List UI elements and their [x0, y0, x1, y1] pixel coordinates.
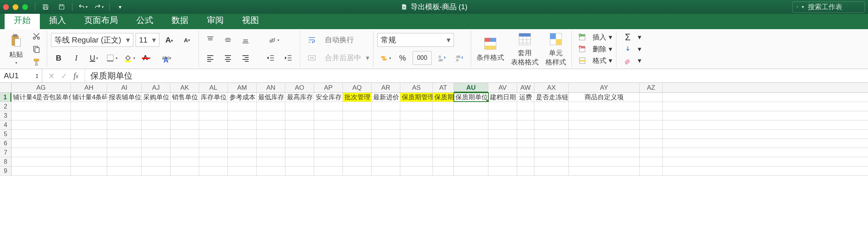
cell-AI5[interactable]	[107, 130, 142, 138]
cell-AV6[interactable]	[488, 139, 517, 148]
border-button[interactable]: ▾	[104, 51, 119, 65]
cell-AY9[interactable]	[569, 166, 640, 175]
cell-AI7[interactable]	[107, 148, 142, 157]
underline-button[interactable]: U▾	[86, 51, 102, 65]
row-header-8[interactable]: 8	[0, 157, 11, 166]
cell-AL3[interactable]	[199, 111, 228, 120]
cell-AV5[interactable]	[488, 130, 517, 138]
save-as-button[interactable]	[40, 2, 51, 12]
tab-review[interactable]: 审阅	[198, 12, 233, 29]
cell-AU9[interactable]	[454, 166, 488, 175]
cell-AP5[interactable]	[314, 130, 343, 138]
cell-AZ2[interactable]	[640, 102, 663, 111]
cell-AQ1[interactable]: 批次管理	[343, 93, 372, 102]
cell-AW5[interactable]	[517, 130, 534, 138]
column-header-AQ[interactable]: AQ	[343, 83, 372, 92]
cell-AS7[interactable]	[400, 148, 433, 157]
cell-AQ6[interactable]	[343, 139, 372, 148]
column-header-AL[interactable]: AL	[199, 83, 228, 92]
cell-AK1[interactable]: 销售单位	[170, 93, 199, 102]
cell-AL1[interactable]: 库存单位	[199, 93, 228, 102]
cell-AT9[interactable]	[433, 166, 454, 175]
close-window-button[interactable]	[3, 4, 9, 10]
cell-AS9[interactable]	[400, 166, 433, 175]
cell-AR8[interactable]	[372, 157, 400, 166]
format-label[interactable]: 格式	[593, 56, 606, 65]
insert-label[interactable]: 插入	[593, 33, 606, 42]
cell-AX6[interactable]	[534, 139, 569, 148]
cell-AR3[interactable]	[372, 111, 400, 120]
spreadsheet-grid[interactable]: AGAHAIAJAKALAMANAOAPAQARASATAUAVAWAXAYAZ…	[0, 83, 868, 176]
cell-AV1[interactable]: 建档日期	[488, 93, 517, 102]
cell-AW1[interactable]: 运费	[517, 93, 534, 102]
column-header-AT[interactable]: AT	[433, 83, 454, 92]
formula-input[interactable]: 保质期单位	[85, 69, 868, 82]
fill-button[interactable]	[620, 44, 635, 54]
column-header-AO[interactable]: AO	[285, 83, 314, 92]
cell-AR4[interactable]	[372, 120, 400, 129]
zoom-window-button[interactable]	[22, 4, 28, 10]
format-painter-button[interactable]	[30, 57, 43, 67]
cell-AW7[interactable]	[517, 148, 534, 157]
cell-AJ7[interactable]	[142, 148, 170, 157]
save-button[interactable]	[56, 2, 67, 12]
font-color-button[interactable]: A▾	[139, 51, 154, 65]
cell-AK7[interactable]	[170, 148, 199, 157]
cell-AN8[interactable]	[257, 157, 285, 166]
cell-AY7[interactable]	[569, 148, 640, 157]
qat-customize-button[interactable]: ▾	[114, 2, 126, 12]
cell-AJ3[interactable]	[142, 111, 170, 120]
cell-AV2[interactable]	[488, 102, 517, 111]
cell-AZ6[interactable]	[640, 139, 663, 148]
cell-AX7[interactable]	[534, 148, 569, 157]
cell-AL5[interactable]	[199, 130, 228, 138]
cancel-edit-button[interactable]: ✕	[48, 71, 55, 81]
row-header-4[interactable]: 4	[0, 120, 11, 129]
column-header-AU[interactable]: AU	[454, 83, 488, 93]
cell-AV3[interactable]	[488, 111, 517, 120]
cell-AN1[interactable]: 最低库存	[257, 93, 285, 102]
select-all-corner[interactable]	[0, 83, 11, 92]
cell-AU5[interactable]	[454, 130, 488, 138]
cell-AI1[interactable]: 报表辅单位	[107, 93, 142, 102]
confirm-edit-button[interactable]: ✓	[61, 71, 67, 81]
cell-AM3[interactable]	[228, 111, 257, 120]
decrease-decimal-button[interactable]: .00.0	[452, 51, 467, 65]
cell-AW2[interactable]	[517, 102, 534, 111]
align-bottom-button[interactable]	[238, 33, 253, 47]
cell-AI6[interactable]	[107, 139, 142, 148]
clear-button[interactable]	[620, 55, 635, 66]
currency-button[interactable]: ▾	[377, 51, 393, 65]
cell-AT2[interactable]	[433, 102, 454, 111]
conditional-format-button[interactable]: 条件格式	[475, 35, 506, 63]
cell-AI9[interactable]	[107, 166, 142, 175]
format-as-table-button[interactable]: 套用 表格格式	[509, 31, 540, 67]
redo-button[interactable]: ▾	[93, 2, 105, 12]
cell-AM9[interactable]	[228, 166, 257, 175]
cell-AN4[interactable]	[257, 120, 285, 129]
cell-AT5[interactable]	[433, 130, 454, 138]
cell-AH6[interactable]	[71, 139, 107, 148]
cell-AL7[interactable]	[199, 148, 228, 157]
cell-AP3[interactable]	[314, 111, 343, 120]
undo-button[interactable]: ▾	[77, 2, 88, 12]
font-name-combo[interactable]: 等线 Regular (正文)▾	[51, 33, 133, 47]
increase-font-button[interactable]: A▴	[162, 33, 177, 47]
cell-AV8[interactable]	[488, 157, 517, 166]
cell-AG3[interactable]	[11, 111, 71, 120]
cell-AV7[interactable]	[488, 148, 517, 157]
cell-AN9[interactable]	[257, 166, 285, 175]
cell-AI2[interactable]	[107, 102, 142, 111]
cell-AN7[interactable]	[257, 148, 285, 157]
cell-AZ8[interactable]	[640, 157, 663, 166]
column-header-AV[interactable]: AV	[488, 83, 517, 92]
cell-AS6[interactable]	[400, 139, 433, 148]
cell-AY5[interactable]	[569, 130, 640, 138]
cell-AT7[interactable]	[433, 148, 454, 157]
cell-AN6[interactable]	[257, 139, 285, 148]
cell-AG5[interactable]	[11, 130, 71, 138]
cell-AU4[interactable]	[454, 120, 488, 129]
cell-AT3[interactable]	[433, 111, 454, 120]
cell-AM8[interactable]	[228, 157, 257, 166]
cell-AZ1[interactable]	[640, 93, 663, 102]
